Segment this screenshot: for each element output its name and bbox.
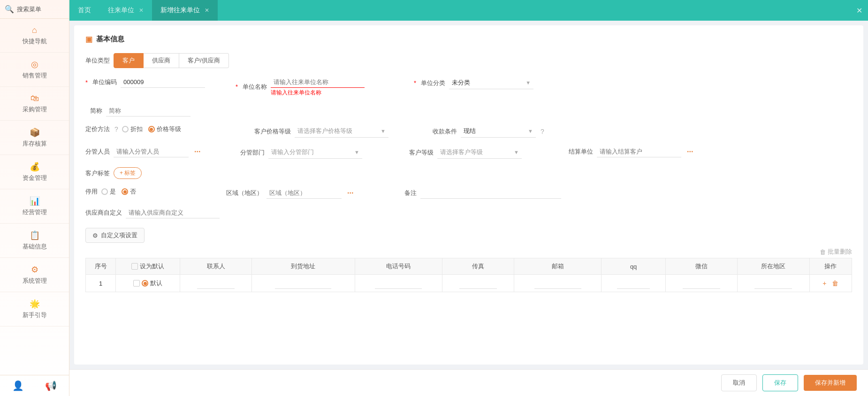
row-address-input[interactable] — [275, 278, 331, 289]
supplier-custom-input[interactable] — [126, 207, 220, 218]
row-region — [738, 275, 809, 292]
sidebar-label-finance: 资金管理 — [23, 174, 47, 182]
unit-info-row: * 单位编码 * 单位名称 请输入往来单位名称 * 单位分类 未分类 ▼ — [85, 77, 852, 97]
custom-settings-label: 自定义项设置 — [101, 231, 137, 240]
type-btn-supplier[interactable]: 供应商 — [144, 53, 179, 68]
sidebar-item-inventory[interactable]: 📦 库存核算 — [0, 121, 69, 155]
row-wechat — [666, 275, 738, 292]
department-select[interactable]: 请输入分管部门 ▼ — [268, 146, 362, 159]
save-new-button[interactable]: 保存并新增 — [804, 375, 857, 391]
col-qq: qq — [602, 258, 666, 275]
unit-code-input[interactable] — [121, 77, 205, 88]
sidebar-item-guide[interactable]: 🌟 新手引导 — [0, 292, 69, 326]
unit-type-row: 单位类型 客户 供应商 客户/供应商 — [85, 53, 852, 68]
department-placeholder: 请输入分管部门 — [271, 148, 314, 156]
add-tag-button[interactable]: + 标签 — [114, 167, 142, 179]
pricing-discount-radio[interactable] — [122, 126, 129, 132]
unit-name-field: * 单位名称 请输入往来单位名称 — [236, 77, 404, 97]
disabled-no[interactable]: 否 — [122, 187, 136, 196]
abbr-input[interactable] — [106, 105, 190, 116]
sidebar-bottom-icon1[interactable]: 👤 — [12, 380, 24, 391]
settlement-unit-input[interactable] — [597, 146, 681, 157]
type-btn-customer[interactable]: 客户 — [114, 53, 144, 68]
sidebar-label-quick-nav: 快捷导航 — [23, 37, 47, 46]
payment-terms-select[interactable]: 现结 ▼ — [461, 125, 536, 138]
department-label: 分管部门 — [240, 148, 265, 157]
custom-settings-button[interactable]: ⚙ 自定义项设置 — [85, 228, 145, 243]
row-region-input[interactable] — [754, 278, 792, 289]
sidebar-bottom: 👤 📢 — [0, 375, 69, 396]
tab-partners-close[interactable]: ✕ — [139, 7, 144, 14]
region-field: 区域（地区） ··· — [226, 187, 395, 199]
row-phone-input[interactable] — [375, 278, 422, 289]
row-fax-input[interactable] — [459, 278, 497, 289]
row-add-btn[interactable]: + — [821, 280, 828, 287]
sales-icon: ◎ — [31, 59, 38, 70]
row-contact-input[interactable] — [197, 278, 235, 289]
manager-field: 分管人员 ··· — [85, 146, 231, 157]
batch-delete-area[interactable]: 🗑 批量删除 — [85, 248, 852, 256]
pricing-help-icon[interactable]: ? — [114, 125, 118, 133]
type-btn-both[interactable]: 客户/供应商 — [179, 53, 229, 68]
customer-price-select[interactable]: 请选择客户价格等级 ▼ — [295, 125, 388, 138]
section-title: ▣ 基本信息 — [85, 35, 852, 44]
finance-icon: 💰 — [30, 162, 40, 172]
tab-bar-close[interactable]: ✕ — [856, 6, 862, 15]
unit-name-label: 单位名称 — [243, 83, 267, 91]
pricing-discount[interactable]: 折扣 — [122, 125, 143, 133]
department-chevron: ▼ — [354, 149, 359, 155]
tab-bar: 首页 往来单位 ✕ 新增往来单位 ✕ ✕ — [69, 0, 868, 21]
sidebar-item-basic-info[interactable]: 📋 基础信息 — [0, 224, 69, 258]
manager-label: 分管人员 — [85, 148, 110, 156]
sidebar-bottom-icon2[interactable]: 📢 — [45, 380, 57, 391]
sidebar-item-operations[interactable]: 📊 经营管理 — [0, 189, 69, 224]
region-more-btn[interactable]: ··· — [345, 189, 355, 197]
disabled-no-radio[interactable] — [122, 188, 128, 195]
sidebar-item-quick-nav[interactable]: ⌂ 快捷导航 — [0, 19, 69, 53]
section-title-text: 基本信息 — [96, 35, 124, 44]
disabled-yes[interactable]: 是 — [101, 187, 116, 196]
row-default-radio[interactable]: 默认 — [142, 279, 162, 287]
sidebar-item-sales[interactable]: ◎ 销售管理 — [0, 53, 69, 87]
row-checkbox[interactable] — [133, 280, 140, 287]
payment-help-icon[interactable]: ? — [541, 128, 544, 135]
region-input[interactable] — [266, 187, 342, 199]
unit-type-field: 单位类型 客户 供应商 客户/供应商 — [85, 53, 229, 68]
tab-new-partner-close[interactable]: ✕ — [205, 7, 209, 14]
tab-home[interactable]: 首页 — [69, 0, 99, 21]
section-icon: ▣ — [85, 35, 92, 44]
save-button[interactable]: 保存 — [762, 374, 798, 391]
operations-icon: 📊 — [30, 196, 40, 206]
unit-name-input[interactable] — [271, 77, 365, 88]
unit-category-select[interactable]: 未分类 ▼ — [449, 77, 533, 89]
customer-tag-row: 客户标签 + 标签 — [85, 167, 852, 179]
tab-partners-label: 往来单位 — [108, 6, 134, 15]
row-qq-input[interactable] — [617, 278, 650, 289]
row-email-input[interactable] — [534, 278, 581, 289]
cancel-button[interactable]: 取消 — [721, 374, 757, 391]
pricing-level[interactable]: 价格等级 — [148, 125, 181, 133]
header-checkbox[interactable] — [131, 263, 138, 270]
unit-name-error: 请输入往来单位名称 — [271, 89, 365, 97]
notes-input[interactable] — [420, 187, 561, 199]
customer-level-field: 客户等级 请选择客户等级 ▼ — [409, 146, 559, 159]
unit-type-buttons: 客户 供应商 客户/供应商 — [114, 53, 229, 68]
row-email — [514, 275, 602, 292]
manager-more-btn[interactable]: ··· — [192, 148, 202, 156]
manager-input[interactable] — [114, 146, 189, 157]
row-delete-btn[interactable]: 🗑 — [830, 280, 840, 287]
row-address — [252, 275, 355, 292]
sidebar-item-system[interactable]: ⚙ 系统管理 — [0, 258, 69, 292]
sidebar-item-purchase[interactable]: 🛍 采购管理 — [0, 87, 69, 121]
sidebar-search[interactable]: 🔍 搜索菜单 — [0, 0, 69, 19]
tab-partners[interactable]: 往来单位 ✕ — [99, 0, 152, 21]
customer-level-select[interactable]: 请选择客户等级 ▼ — [437, 146, 522, 159]
row-wechat-input[interactable] — [683, 278, 720, 289]
tab-new-partner[interactable]: 新增往来单位 ✕ — [152, 0, 218, 21]
disabled-yes-radio[interactable] — [101, 188, 108, 195]
settlement-more-btn[interactable]: ··· — [685, 148, 695, 156]
pricing-level-radio[interactable] — [148, 126, 155, 132]
payment-terms-chevron: ▼ — [528, 128, 533, 134]
sidebar-item-finance[interactable]: 💰 资金管理 — [0, 155, 69, 189]
row-qq — [602, 275, 666, 292]
